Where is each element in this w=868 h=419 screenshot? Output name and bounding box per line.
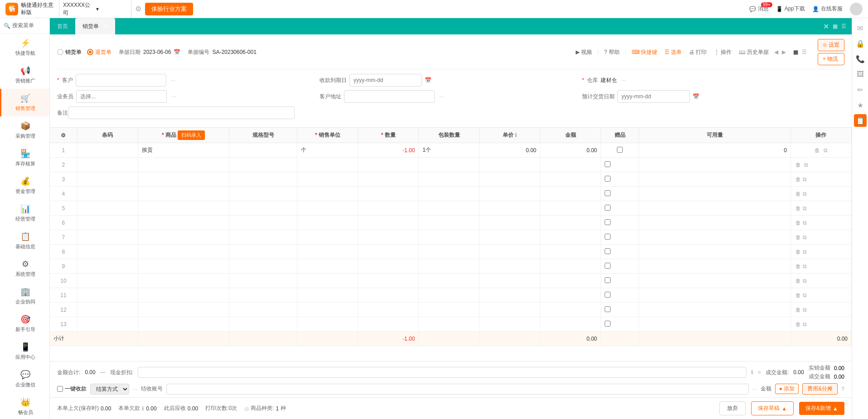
receipt-calendar-icon[interactable]: 📅 [425, 77, 432, 83]
logistics-button[interactable]: + 物流 [818, 53, 844, 65]
nav-prev-icon[interactable]: ◀ [774, 49, 778, 55]
settings-button[interactable]: ⊙ 设置 [818, 39, 844, 51]
row-qty[interactable] [358, 172, 419, 187]
row-pack-qty[interactable] [419, 317, 480, 332]
row-pack-qty[interactable] [419, 259, 480, 274]
gift-checkbox[interactable] [605, 176, 611, 182]
row-unit[interactable] [297, 274, 358, 288]
view-grid-icon[interactable]: ▦ [793, 49, 798, 55]
row-price[interactable] [480, 288, 540, 303]
view-list-icon[interactable]: ☰ [802, 49, 807, 55]
row-barcode[interactable] [77, 288, 138, 303]
row-gift[interactable] [601, 274, 639, 288]
calendar-icon[interactable]: 📅 [174, 49, 180, 55]
row-qty[interactable] [358, 245, 419, 259]
row-gift[interactable] [601, 158, 639, 172]
row-amount[interactable] [540, 259, 601, 274]
print-btn[interactable]: 🖨 打印 [687, 48, 708, 57]
delete-icon[interactable]: 🗑 [795, 234, 801, 241]
tab-close-icon[interactable]: ✕ [103, 23, 108, 29]
gift-checkbox[interactable] [605, 161, 611, 167]
copy-icon[interactable]: ⧉ [803, 234, 807, 241]
row-amount[interactable] [540, 158, 601, 172]
delete-icon[interactable]: 🗑 [795, 263, 801, 270]
sidebar-item-guide[interactable]: 🎯 新手引导 [0, 310, 49, 337]
gift-checkbox[interactable] [605, 292, 611, 298]
history-btn[interactable]: 📖 历史单据 [737, 48, 771, 57]
save-new-button[interactable]: 保存&新增 ▲ [799, 402, 844, 415]
row-unit[interactable] [297, 172, 358, 187]
row-gift[interactable] [601, 317, 639, 332]
salesperson-input[interactable] [76, 90, 167, 103]
row-unit[interactable] [297, 317, 358, 332]
row-amount[interactable] [540, 172, 601, 187]
row-goods[interactable] [138, 230, 229, 245]
row-barcode[interactable] [77, 143, 138, 158]
row-gift[interactable] [601, 288, 639, 303]
tab-home[interactable]: 首页 [50, 18, 75, 34]
select-order-btn[interactable]: ☰ 选单 [663, 48, 684, 57]
row-goods[interactable] [138, 158, 229, 172]
row-unit[interactable] [297, 201, 358, 216]
row-qty[interactable] [358, 216, 419, 230]
row-price[interactable] [480, 317, 540, 332]
row-spec[interactable] [229, 259, 297, 274]
row-qty[interactable] [358, 274, 419, 288]
row-spec[interactable] [229, 317, 297, 332]
sidebar-item-vip[interactable]: 👑 畅会员 [0, 393, 49, 419]
online-support-btn[interactable]: 👤 在线客服 [812, 5, 843, 13]
copy-icon[interactable]: ⧉ [803, 205, 807, 212]
copy-icon[interactable]: ⧉ [803, 307, 807, 313]
warehouse-more-icon[interactable]: ··· [621, 77, 626, 83]
one-click-payment-label[interactable]: 一键收款 [57, 385, 87, 393]
row-pack-qty[interactable] [419, 201, 480, 216]
addr-more-icon[interactable]: ··· [439, 93, 444, 100]
row-amount[interactable]: 0.00 [540, 143, 601, 158]
row-pack-qty[interactable] [419, 230, 480, 245]
message-btn[interactable]: 💬 消息 99+ [749, 5, 769, 13]
row-spec[interactable] [229, 288, 297, 303]
company-selector[interactable]: XXXXXX公司 ▾ [59, 0, 131, 19]
row-barcode[interactable] [77, 201, 138, 216]
gift-checkbox[interactable] [617, 147, 623, 153]
sidebar-item-inventory[interactable]: 🏪 库存核算 [0, 144, 49, 172]
row-qty[interactable] [358, 201, 419, 216]
row-qty[interactable] [358, 259, 419, 274]
sidebar-item-sales[interactable]: 🛒 销售管理 [0, 89, 49, 116]
row-gift[interactable] [601, 230, 639, 245]
row-amount[interactable] [540, 288, 601, 303]
right-tool-edit[interactable]: ✏ [854, 83, 867, 96]
row-unit[interactable]: 个 [297, 143, 358, 158]
sidebar-item-enterprise-wechat[interactable]: 💬 企业微信 [0, 365, 49, 393]
row-spec[interactable] [229, 274, 297, 288]
row-goods[interactable] [138, 317, 229, 332]
row-goods[interactable] [138, 274, 229, 288]
col-settings[interactable]: ⚙ [50, 128, 77, 143]
row-qty[interactable] [358, 187, 419, 201]
gift-checkbox[interactable] [605, 306, 611, 312]
row-barcode[interactable] [77, 245, 138, 259]
payment-more-icon[interactable]: ··· [133, 386, 137, 392]
expected-calendar-icon[interactable]: 📅 [693, 93, 699, 100]
video-btn[interactable]: ▶ 视频 [574, 48, 594, 57]
copy-icon[interactable]: ⧉ [803, 191, 807, 197]
sidebar-item-app-center[interactable]: 📱 应用中心 [0, 337, 49, 365]
copy-icon[interactable]: ⧉ [803, 220, 807, 226]
sidebar-item-basic-info[interactable]: 📋 基础信息 [0, 227, 49, 255]
row-qty[interactable] [358, 317, 419, 332]
gift-checkbox[interactable] [605, 263, 611, 269]
gift-checkbox[interactable] [605, 321, 611, 327]
scan-btn[interactable]: 扫码录入 [178, 130, 205, 140]
receipt-date-input[interactable] [349, 74, 422, 87]
tab-grid-icon[interactable]: ▦ [833, 23, 838, 29]
delete-icon[interactable]: 🗑 [815, 147, 820, 154]
copy-icon[interactable]: ⧉ [803, 176, 807, 183]
row-qty[interactable] [358, 158, 419, 172]
delete-icon[interactable]: 🗑 [795, 321, 801, 327]
row-gift[interactable] [601, 201, 639, 216]
sidebar-item-enterprise[interactable]: 🏢 企业协同 [0, 282, 49, 310]
right-tool-star[interactable]: ★ [854, 99, 867, 111]
customer-addr-input[interactable] [344, 90, 435, 103]
row-barcode[interactable] [77, 303, 138, 317]
row-qty[interactable] [358, 288, 419, 303]
